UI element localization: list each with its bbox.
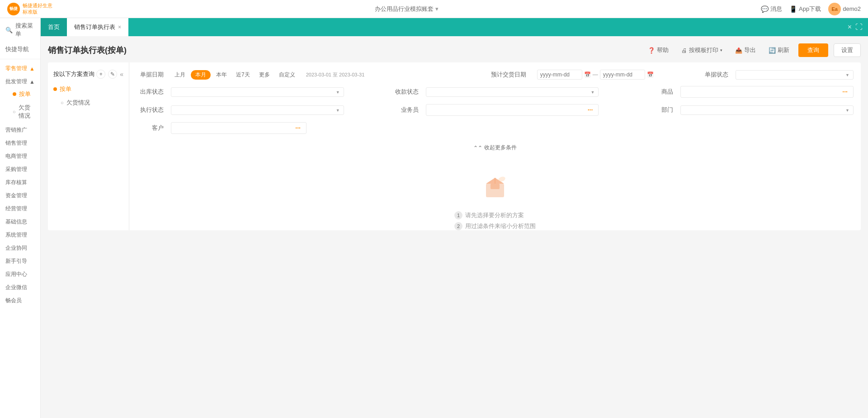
sidebar-item-enterprise[interactable]: 企业协同	[0, 241, 40, 254]
empty-step-2: 2 用过滤条件来缩小分析范围	[454, 222, 536, 230]
status-select[interactable]	[736, 70, 854, 80]
salesperson-more-btn[interactable]: ···	[586, 106, 595, 114]
salesperson-input[interactable]: ···	[426, 104, 599, 116]
collapse-panel-btn[interactable]: «	[120, 71, 123, 78]
scheme-debt[interactable]: ○ 欠货情况	[48, 96, 129, 109]
dept-select[interactable]	[680, 105, 854, 115]
sidebar-item-sales[interactable]: 销售管理	[0, 136, 40, 149]
refresh-icon: 🔄	[769, 47, 776, 54]
sidebar-sub-debt[interactable]: ○ 欠货情况	[0, 101, 40, 123]
sidebar-item-operations[interactable]: 经营管理	[0, 201, 40, 214]
product-more-btn[interactable]: ···	[840, 88, 849, 95]
sidebar-item-wholesale[interactable]: 批发管理 ▲	[0, 74, 40, 87]
calendar-to-icon[interactable]: 📅	[647, 71, 654, 78]
print-btn[interactable]: 🖨 按模板打印 ▾	[678, 44, 726, 56]
right-panel: 单据日期 上月 本月 本年 近7天 更多 自定义	[129, 62, 861, 230]
payment-arrow	[590, 90, 594, 95]
customer-label: 客户	[137, 124, 164, 132]
collapse-bar[interactable]: ⌃⌃ 收起更多条件	[137, 140, 854, 155]
search-menu[interactable]: 🔍 搜索菜单	[0, 18, 40, 42]
drop-icon[interactable]: ▾	[435, 5, 439, 12]
scheme-actions: + ✎ «	[96, 70, 123, 79]
status-label: 单据状态	[701, 71, 728, 79]
user-avatar: Ea	[828, 3, 841, 15]
tab-bar-actions: × ⛶	[848, 23, 868, 31]
salesperson-label: 业务员	[392, 106, 419, 114]
sidebar-item-marketing[interactable]: 营销推广	[0, 123, 40, 136]
print-arrow: ▾	[720, 48, 722, 52]
date-tab-custom[interactable]: 自定义	[275, 70, 299, 80]
close-window-icon[interactable]: ×	[848, 23, 852, 31]
customer-more-btn[interactable]: ···	[293, 124, 302, 132]
sidebar-item-ecommerce[interactable]: 电商管理	[0, 149, 40, 162]
exec-select[interactable]	[171, 105, 344, 115]
empty-illustration	[477, 168, 513, 204]
sidebar-item-inventory[interactable]: 库存核算	[0, 175, 40, 188]
username: demo2	[843, 5, 861, 12]
payment-label: 收款状态	[392, 88, 419, 96]
date-label: 单据日期	[137, 71, 164, 79]
sidebar-item-system[interactable]: 系统管理	[0, 228, 40, 241]
date-tab-last-month[interactable]: 上月	[171, 70, 189, 80]
page-actions: ❓ 帮助 🖨 按模板打印 ▾ 📤 导出 🔄 刷新	[644, 43, 861, 57]
date-from-input[interactable]	[537, 70, 582, 80]
exec-label: 执行状态	[137, 106, 164, 114]
filter-panel: 单据日期 上月 本月 本年 近7天 更多 自定义	[129, 62, 861, 162]
sidebar-item-purchase[interactable]: 采购管理	[0, 162, 40, 175]
exec-arrow	[336, 108, 340, 113]
message-btn[interactable]: 💬 消息	[761, 5, 782, 13]
edit-scheme-btn[interactable]: ✎	[108, 70, 117, 79]
status-arrow	[845, 72, 849, 77]
sidebar-item-member[interactable]: 畅会员	[0, 293, 40, 306]
query-button[interactable]: 查询	[798, 43, 828, 57]
date-tab-more[interactable]: 更多	[255, 70, 274, 80]
payment-select[interactable]	[426, 87, 599, 97]
sidebar-item-apps[interactable]: 应用中心	[0, 267, 40, 280]
logo-icon: 畅捷	[7, 3, 20, 15]
add-scheme-btn[interactable]: +	[96, 70, 105, 79]
sidebar-item-retail[interactable]: 零售管理 ▲	[0, 61, 40, 74]
user-menu[interactable]: Ea demo2	[828, 3, 861, 15]
main-layout: 🔍 搜索菜单 快捷导航 零售管理 ▲ 批发管理 ▲ 按单 ○ 欠货情况 营销推广…	[0, 18, 868, 418]
customer-input[interactable]: ···	[171, 122, 307, 134]
dept-label: 部门	[646, 106, 673, 114]
product-input[interactable]: ···	[680, 86, 854, 98]
sidebar-item-finance[interactable]: 资金管理	[0, 188, 40, 201]
tab-home[interactable]: 首页	[41, 18, 67, 36]
setting-button[interactable]: 设置	[834, 43, 861, 57]
date-tab-last7[interactable]: 近7天	[232, 70, 254, 80]
two-pane: 按以下方案查询 + ✎ « 按单	[48, 62, 861, 230]
refresh-btn[interactable]: 🔄 刷新	[765, 44, 793, 56]
scheme-by-order[interactable]: 按单	[48, 82, 129, 96]
header-left: 畅捷 畅捷通好生意 标准版	[7, 3, 52, 15]
top-header: 畅捷 畅捷通好生意 标准版 办公用品行业模拟账套 ▾ 💬 消息 📱 App下载 …	[0, 0, 868, 18]
sidebar-sub-by-order[interactable]: 按单	[0, 87, 40, 101]
print-icon: 🖨	[681, 47, 687, 54]
estimated-date-inputs: 📅 — 📅	[537, 70, 654, 80]
tab-close-btn[interactable]: ×	[118, 24, 121, 30]
date-to-input[interactable]	[600, 70, 645, 80]
date-range-text: 2023-03-01 至 2023-03-31	[306, 71, 365, 78]
calendar-from-icon[interactable]: 📅	[584, 71, 591, 78]
estimated-date-label: 预计交货日期	[491, 71, 526, 79]
help-btn[interactable]: ❓ 帮助	[644, 44, 672, 56]
header-center: 办公用品行业模拟账套 ▾	[375, 5, 439, 13]
sidebar-item-wechat[interactable]: 企业微信	[0, 280, 40, 293]
filter-row-3: 执行状态 业务员 ··· 部门	[137, 104, 854, 116]
quick-nav[interactable]: 快捷导航	[0, 42, 40, 57]
sidebar-item-basic[interactable]: 基础信息	[0, 214, 40, 228]
date-tab-this-month[interactable]: 本月	[191, 70, 211, 80]
export-btn[interactable]: 📤 导出	[731, 44, 760, 56]
app-download-btn[interactable]: 📱 App下载	[789, 5, 821, 13]
date-tab-this-year[interactable]: 本年	[212, 70, 231, 80]
logo-text: 畅捷通好生意 标准版	[23, 3, 52, 14]
step-1-num: 1	[454, 211, 462, 219]
logo-area: 畅捷 畅捷通好生意 标准版	[7, 3, 52, 15]
tab-exec-table[interactable]: 销售订单执行表 ×	[67, 18, 128, 36]
scheme-panel-header: 按以下方案查询 + ✎ «	[48, 68, 129, 82]
outstock-select[interactable]	[171, 87, 344, 97]
page-title: 销售订单执行表(按单)	[48, 45, 127, 56]
message-icon: 💬	[761, 5, 769, 13]
sidebar-item-newbie[interactable]: 新手引导	[0, 254, 40, 267]
expand-icon[interactable]: ⛶	[855, 23, 863, 31]
